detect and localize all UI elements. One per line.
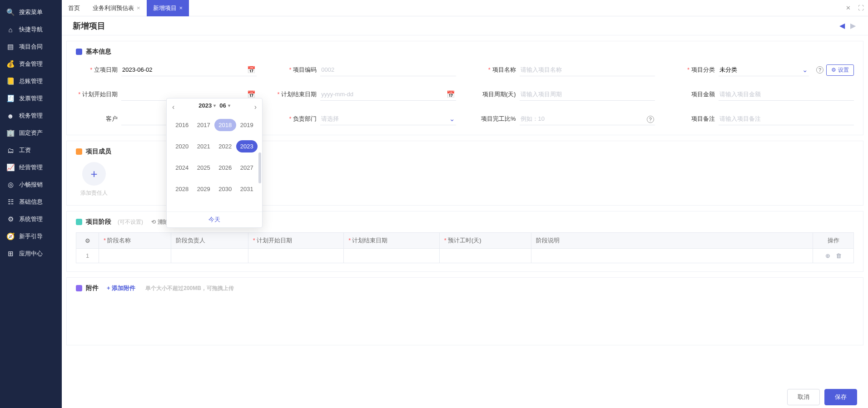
chevron-down-icon[interactable]: ⌄ (449, 115, 455, 123)
cell-end[interactable] (344, 249, 440, 263)
sidebar-item-9[interactable]: 📈经营管理 (0, 159, 62, 176)
year-option[interactable]: 2030 (214, 183, 236, 195)
sidebar-icon: ◎ (6, 181, 15, 189)
input-plan-end[interactable] (320, 88, 456, 101)
sidebar-item-10[interactable]: ◎小畅报销 (0, 176, 62, 193)
settings-button[interactable]: ⚙ 设置 (826, 64, 854, 76)
input-project-code[interactable] (320, 64, 456, 76)
sidebar-label: 基础信息 (19, 198, 43, 206)
input-amount[interactable] (719, 88, 854, 101)
cell-action: ⊕🗑 (813, 249, 854, 263)
save-button[interactable]: 保存 (824, 389, 857, 405)
sidebar-item-2[interactable]: ▤项目合同 (0, 38, 62, 55)
sidebar-item-8[interactable]: 🗂工资 (0, 142, 62, 159)
th-gear[interactable]: ⚙ (76, 233, 99, 249)
year-option[interactable]: 2018 (214, 119, 236, 131)
year-option[interactable]: 2017 (193, 119, 215, 131)
year-option[interactable]: 2019 (236, 119, 258, 131)
year-option[interactable]: 2020 (171, 140, 193, 152)
year-option[interactable]: 2024 (171, 162, 193, 174)
sidebar-item-0[interactable]: 🔍搜索菜单 (0, 4, 62, 21)
cell-start[interactable] (248, 249, 344, 263)
sidebar-item-13[interactable]: 🧭新手引导 (0, 228, 62, 245)
help-icon[interactable]: ? (816, 66, 823, 74)
add-member-caption: 添加责任人 (80, 189, 108, 197)
add-member[interactable]: + 添加责任人 (76, 162, 112, 197)
year-option[interactable]: 2028 (171, 183, 193, 195)
input-project-category[interactable] (719, 64, 809, 76)
tab-close-icon[interactable]: × (179, 5, 183, 11)
year-option[interactable]: 2022 (214, 140, 236, 152)
year-selector[interactable]: 2023▾ (198, 102, 216, 109)
sidebar-label: 小畅报销 (19, 181, 43, 189)
sidebar-item-12[interactable]: ⚙系统管理 (0, 211, 62, 228)
next-record-icon[interactable]: ▶ (849, 22, 857, 30)
prev-year-icon[interactable]: ‹ (169, 102, 177, 112)
input-cycle[interactable] (520, 88, 655, 101)
add-row-icon[interactable]: ⊕ (825, 252, 830, 259)
sidebar-icon: 💰 (6, 60, 15, 68)
sidebar-item-6[interactable]: ☻税务管理 (0, 107, 62, 124)
tab-close-icon[interactable]: × (137, 5, 140, 11)
input-remark[interactable] (719, 113, 854, 125)
section-icon (76, 49, 82, 55)
year-option[interactable]: 2031 (236, 183, 258, 195)
cell-owner[interactable] (171, 249, 248, 263)
year-option[interactable]: 2021 (193, 140, 215, 152)
calendar-icon[interactable]: 📅 (446, 90, 455, 98)
year-option[interactable]: 2025 (193, 162, 215, 174)
settings-label: 设置 (838, 66, 849, 74)
main: 首页业务利润预估表×新增项目× ✕ ⛶ 新增项目 ◀ ▶ 基本信息 (62, 0, 868, 408)
calendar-icon[interactable]: 📅 (247, 66, 256, 74)
plus-icon[interactable]: + (82, 162, 106, 186)
section-title-attach: 附件 (86, 284, 99, 292)
calendar-icon[interactable]: 📅 (247, 90, 256, 98)
help-icon[interactable]: ? (647, 115, 654, 123)
tab-label: 业务利润预估表 (93, 4, 134, 12)
sidebar-item-14[interactable]: ⊞应用中心 (0, 245, 62, 262)
section-title-members: 项目成员 (86, 147, 111, 156)
cell-name[interactable] (99, 249, 171, 263)
label-code: 项目编码 (275, 66, 317, 74)
expand-icon[interactable]: ⛶ (856, 4, 865, 13)
attachment-panel: 附件 + 添加附件 单个大小不超过200MB，可拖拽上传 (66, 277, 863, 345)
scrollbar-thumb[interactable] (258, 152, 261, 183)
sidebar-icon: ☷ (6, 198, 15, 206)
cell-hours[interactable] (439, 249, 531, 263)
sidebar-item-3[interactable]: 💰资金管理 (0, 55, 62, 73)
tab-2[interactable]: 新增项目× (147, 0, 189, 16)
next-year-icon[interactable]: › (252, 102, 259, 112)
delete-row-icon[interactable]: 🗑 (836, 252, 842, 259)
input-progress[interactable] (520, 113, 655, 125)
cancel-button[interactable]: 取消 (787, 389, 820, 405)
year-option[interactable]: 2029 (193, 183, 215, 195)
sidebar-item-1[interactable]: ⌂快捷导航 (0, 21, 62, 38)
today-button[interactable]: 今天 (167, 211, 262, 227)
prev-record-icon[interactable]: ◀ (838, 22, 846, 30)
footer-bar: 取消 保存 (787, 389, 857, 405)
year-option[interactable]: 2016 (171, 119, 193, 131)
chevron-down-icon[interactable]: ⌄ (802, 66, 808, 74)
sidebar-label: 总账管理 (19, 77, 43, 85)
subheader: 新增项目 ◀ ▶ (62, 16, 868, 35)
sidebar-icon: 📒 (6, 77, 15, 85)
year-option[interactable]: 2027 (236, 162, 258, 174)
year-option[interactable]: 2023 (236, 140, 258, 152)
tab-0[interactable]: 首页 (62, 0, 86, 16)
sidebar-item-5[interactable]: 🧾发票管理 (0, 90, 62, 107)
input-project-date[interactable] (121, 64, 257, 76)
year-option[interactable]: 2026 (214, 162, 236, 174)
sidebar: 🔍搜索菜单⌂快捷导航▤项目合同💰资金管理📒总账管理🧾发票管理☻税务管理🏢固定资产… (0, 0, 62, 408)
label-remark: 项目备注 (673, 115, 715, 123)
input-project-name[interactable] (520, 64, 655, 76)
th-action: 操作 (813, 233, 854, 249)
sidebar-item-7[interactable]: 🏢固定资产 (0, 124, 62, 142)
sidebar-item-11[interactable]: ☷基础信息 (0, 193, 62, 211)
input-dept[interactable] (320, 113, 456, 125)
add-attachment-link[interactable]: + 添加附件 (107, 284, 135, 292)
tab-1[interactable]: 业务利润预估表× (86, 0, 147, 16)
cell-desc[interactable] (531, 249, 813, 263)
close-icon[interactable]: ✕ (843, 4, 853, 13)
month-selector[interactable]: 06▾ (219, 102, 230, 109)
sidebar-item-4[interactable]: 📒总账管理 (0, 73, 62, 90)
